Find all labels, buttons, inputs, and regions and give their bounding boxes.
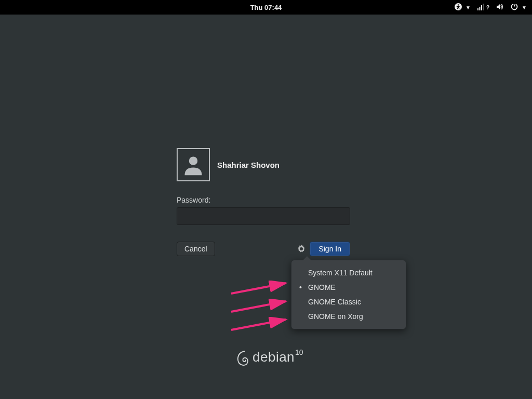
session-item-gnome-classic[interactable]: GNOME Classic [291,295,406,309]
svg-rect-2 [477,8,478,10]
session-item-system-x11[interactable]: System X11 Default [291,265,406,280]
svg-rect-5 [483,4,484,10]
svg-point-1 [458,4,459,6]
login-panel: Shahriar Shovon Password: Cancel Sign In [177,148,356,256]
avatar [177,148,210,181]
network-icon[interactable]: ? [477,3,489,11]
session-item-gnome[interactable]: GNOME [291,280,406,295]
session-menu: System X11 Default GNOME GNOME Classic G… [291,260,406,329]
session-item-gnome-xorg[interactable]: GNOME on Xorg [291,309,406,324]
user-row: Shahriar Shovon [177,148,356,181]
clock-label: Thu 07:44 [250,4,282,11]
button-row: Cancel Sign In [177,242,350,256]
debian-version: 10 [295,348,303,356]
accessibility-icon[interactable] [454,3,462,12]
system-tray: ▼ ? ▼ [454,3,527,12]
power-icon[interactable] [510,3,518,12]
svg-line-11 [231,301,286,312]
arrow-icon [229,317,291,332]
debian-logo: debian 10 [235,349,303,369]
sign-in-button[interactable]: Sign In [310,242,350,256]
session-gear-icon[interactable] [297,245,305,253]
svg-point-9 [189,156,198,165]
cancel-button[interactable]: Cancel [177,242,215,256]
accessibility-caret-icon[interactable]: ▼ [466,5,471,10]
username-label: Shahriar Shovon [217,161,280,169]
password-label: Password: [177,196,356,204]
debian-name: debian [252,349,295,365]
top-bar: Thu 07:44 ▼ ? ▼ [0,0,532,15]
debian-swirl-icon [235,349,251,369]
volume-icon[interactable] [496,3,504,12]
svg-rect-8 [513,3,516,5]
svg-line-10 [231,283,286,294]
svg-rect-3 [479,7,480,10]
arrow-icon [229,281,291,296]
arrow-icon [229,299,291,314]
svg-rect-4 [481,5,482,10]
power-caret-icon[interactable]: ▼ [522,5,527,10]
svg-line-12 [231,320,286,330]
password-input[interactable] [177,207,350,225]
